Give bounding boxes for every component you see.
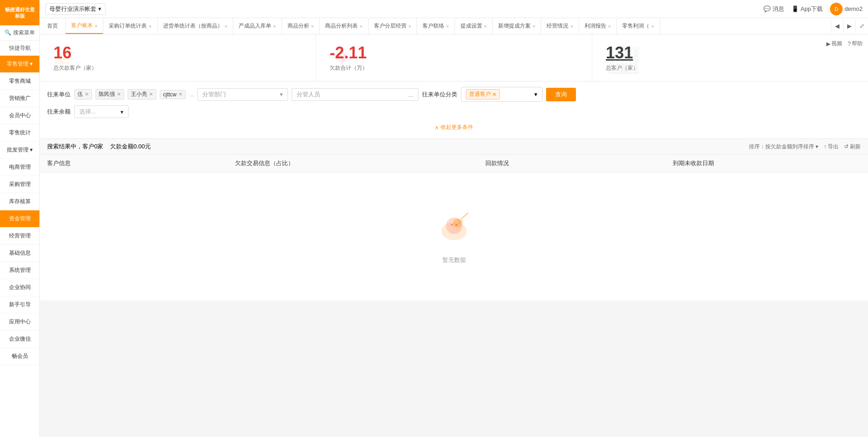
filter-tag-wang[interactable]: 王小亮 ✕: [128, 89, 156, 100]
stat-total-customers: 🏢 131 总客户（家） ▶ 视频 ? 帮助: [592, 34, 868, 81]
tab-label-new-tip-plan: 新增提成方案: [498, 22, 531, 30]
filter-more-tags[interactable]: ...: [189, 91, 194, 98]
sidebar-item-enterprise-coop[interactable]: 企业协同: [0, 279, 39, 296]
tab-close-profit-report[interactable]: ×: [608, 24, 611, 29]
remove-tag-wu[interactable]: ✕: [85, 91, 89, 97]
sidebar-item-retail-mgmt[interactable]: 零售管理 ▾: [0, 56, 39, 73]
tab-close-customer-balance[interactable]: ×: [95, 23, 97, 28]
remove-tag-cjttcw[interactable]: ✕: [178, 91, 182, 97]
stat-debt-customers: ¥ 16 总欠款客户（家）: [40, 34, 316, 81]
tab-profit-report[interactable]: 利润报告×: [579, 18, 617, 34]
filter-tag-chen[interactable]: 陈民强 ✕: [96, 89, 124, 100]
sidebar-item-inventory[interactable]: 库存核算: [0, 193, 39, 210]
tab-tip-settings[interactable]: 提成设置×: [455, 18, 493, 34]
help-btn[interactable]: ? 帮助: [848, 40, 863, 48]
branch-dept-dropdown[interactable]: 分管部门 ▾: [197, 88, 288, 101]
account-selector[interactable]: 母婴行业演示帐套 ▾: [45, 3, 106, 15]
sidebar-item-enterprise-wx[interactable]: 企业微信: [0, 331, 39, 348]
sidebar-item-batch-mgmt[interactable]: 批发管理 ▾: [0, 142, 39, 159]
remove-tag-chen[interactable]: ✕: [117, 91, 121, 97]
tab-label-customer-tier: 客户分层经营: [374, 22, 407, 30]
tab-product-analysis-list[interactable]: 商品分析列表×: [320, 18, 368, 34]
video-btn[interactable]: ▶ 视频: [826, 40, 842, 48]
main: 母婴行业演示帐套 ▾ 💬 消息 📱 App下载 D demo2 首页客户账本×采…: [40, 0, 868, 437]
debt-amount-label: 欠款合计（万）: [330, 64, 578, 72]
sidebar-item-system[interactable]: 系统管理: [0, 262, 39, 279]
tab-close-product-inbound[interactable]: ×: [273, 24, 276, 29]
sidebar-item-finance[interactable]: 资金管理: [0, 210, 39, 228]
filter-dots-person[interactable]: ...: [408, 91, 413, 98]
filter-area: 往来单位 伍 ✕ 陈民强 ✕ 王小亮 ✕ cjttcw ✕ ...: [40, 81, 868, 139]
debt-amount-value: -2.11: [330, 43, 578, 62]
sidebar-item-new-guide[interactable]: 新手引导: [0, 296, 39, 314]
chevron-down-icon-balance: ▾: [120, 109, 124, 115]
tab-close-business-status[interactable]: ×: [570, 24, 573, 29]
user-avatar: D: [830, 3, 843, 15]
tab-close-purchase-order-stats[interactable]: ×: [149, 24, 151, 29]
filter-tag-wu[interactable]: 伍 ✕: [74, 89, 92, 100]
tab-product-analysis[interactable]: 商品分析×: [282, 18, 320, 34]
tab-close-product-analysis[interactable]: ×: [311, 24, 314, 29]
user-menu[interactable]: D demo2: [830, 3, 863, 15]
unit-category-select[interactable]: 普通客户 ✕ ▾: [461, 87, 542, 102]
unit-category-tag: 普通客户 ✕: [466, 89, 500, 100]
tab-collapse[interactable]: ⤢: [855, 20, 868, 32]
download-icon: 📱: [791, 5, 799, 12]
tab-customer-contact[interactable]: 客户联络×: [417, 18, 455, 34]
app-download-label: App下载: [801, 5, 823, 13]
search-menu[interactable]: 🔍 搜索菜单: [0, 25, 39, 41]
export-btn[interactable]: ↑ 导出: [824, 143, 839, 151]
refresh-icon: ↺: [844, 143, 849, 150]
sidebar-item-app-center[interactable]: 应用中心: [0, 314, 39, 331]
tab-purchase-order-stats[interactable]: 采购订单统计表×: [103, 18, 157, 34]
collapse-btn[interactable]: ∧ 收起更多条件: [435, 122, 473, 133]
remove-category-tag[interactable]: ✕: [492, 91, 497, 98]
tab-customer-balance[interactable]: 客户账本×: [66, 18, 103, 34]
tag-cjttcw-text: cjttcw: [163, 91, 177, 98]
tab-close-customer-tier[interactable]: ×: [408, 24, 411, 29]
sidebar-item-retail-mall[interactable]: 零售商城: [0, 73, 39, 90]
sidebar-item-marketing[interactable]: 营销推广: [0, 90, 39, 107]
tab-inbound-stats[interactable]: 进货单统计表（按商品）×: [158, 18, 233, 34]
app-download-btn[interactable]: 📱 App下载: [791, 5, 823, 13]
tab-close-tip-settings[interactable]: ×: [484, 24, 487, 29]
empty-icon: [434, 209, 475, 251]
tab-home[interactable]: 首页: [40, 18, 66, 34]
tab-product-inbound[interactable]: 产成品入库单×: [233, 18, 282, 34]
tab-scroll-left[interactable]: ◀: [831, 20, 843, 32]
tab-close-retail-profit[interactable]: ×: [651, 24, 654, 29]
tab-business-status[interactable]: 经营情况×: [541, 18, 579, 34]
message-btn[interactable]: 💬 消息: [763, 5, 784, 13]
remove-tag-wang[interactable]: ✕: [149, 91, 153, 97]
query-button[interactable]: 查询: [546, 88, 576, 101]
tab-label-product-analysis: 商品分析: [288, 22, 309, 30]
results-text: 搜索结果中，客户0家: [47, 143, 103, 150]
tab-customer-tier[interactable]: 客户分层经营×: [369, 18, 417, 34]
sidebar-item-purchase[interactable]: 采购管理: [0, 176, 39, 193]
username: demo2: [844, 5, 863, 12]
tab-new-tip-plan[interactable]: 新增提成方案×: [493, 18, 541, 34]
svg-point-5: [451, 224, 453, 226]
quick-nav[interactable]: 快捷导航: [0, 41, 39, 56]
sidebar-item-member-center[interactable]: 会员中心: [0, 107, 39, 124]
tab-close-product-analysis-list[interactable]: ×: [360, 24, 362, 29]
tab-close-new-tip-plan[interactable]: ×: [532, 24, 535, 29]
refresh-btn[interactable]: ↺ 刷新: [844, 143, 861, 151]
sort-select[interactable]: 排序：按欠款金额到序排序 ▾: [749, 143, 818, 151]
sidebar-item-operations[interactable]: 经营管理: [0, 228, 39, 245]
branch-person-dropdown[interactable]: 分管人员 ...: [292, 88, 418, 101]
balance-select[interactable]: 选择... ▾: [74, 105, 129, 118]
sidebar-item-retail-stats[interactable]: 零售统计: [0, 124, 39, 142]
tab-retail-profit[interactable]: 零售利润（×: [617, 18, 660, 34]
sidebar-item-ecommerce[interactable]: 电商管理: [0, 159, 39, 176]
tab-scroll-right[interactable]: ▶: [843, 20, 855, 32]
topbar: 母婴行业演示帐套 ▾ 💬 消息 📱 App下载 D demo2: [40, 0, 868, 18]
sidebar-items: 零售管理 ▾零售商城营销推广会员中心零售统计批发管理 ▾电商管理采购管理库存核算…: [0, 56, 39, 365]
tab-label-product-inbound: 产成品入库单: [239, 22, 271, 30]
filter-tag-cjttcw[interactable]: cjttcw ✕: [160, 90, 186, 99]
tab-close-customer-contact[interactable]: ×: [446, 24, 449, 29]
tab-close-inbound-stats[interactable]: ×: [225, 24, 227, 29]
sidebar-item-vip[interactable]: 畅会员: [0, 348, 39, 365]
col-due-date: 到期未收款日期: [673, 159, 861, 167]
sidebar-item-basic-info[interactable]: 基础信息: [0, 245, 39, 262]
